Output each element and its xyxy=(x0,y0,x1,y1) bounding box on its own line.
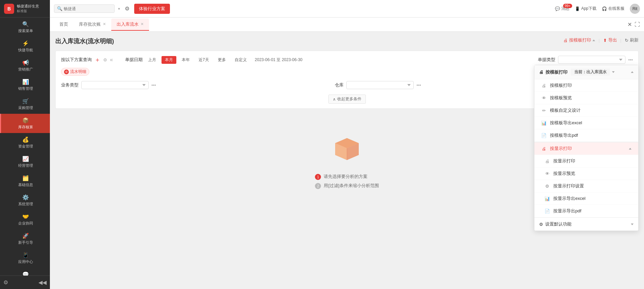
template-preview-icon: 👁 xyxy=(541,95,547,101)
voucher-type-select[interactable] xyxy=(558,56,625,64)
print-template-label: 按模板打印 xyxy=(569,37,591,43)
user-avatar[interactable]: Rit xyxy=(630,4,640,14)
date-opt-more[interactable]: 更多 xyxy=(214,56,229,64)
tab-expand-btn[interactable]: ⛶ xyxy=(635,22,640,28)
date-opt-this-year[interactable]: 本年 xyxy=(178,56,193,64)
sidebar-item-appcenter[interactable]: 📱 应用中心 xyxy=(0,248,50,268)
sidebar-collapse-icon[interactable]: ◀◀ xyxy=(38,279,47,286)
collapse-button[interactable]: ∧ 收起更多条件 xyxy=(328,95,366,104)
dropdown-item-display-print-section[interactable]: 🖨 按显示打印 xyxy=(534,142,638,155)
topbar-search-box[interactable]: 🔍 xyxy=(54,4,115,13)
base-label: 基础信息 xyxy=(18,182,33,187)
sidebar-item-inventory[interactable]: 📦 库存核算 xyxy=(0,114,50,133)
finance-label: 资金管理 xyxy=(18,144,33,149)
dropdown-item-template-print[interactable]: 🖨 按模板打印 xyxy=(534,79,638,92)
sidebar-item-purchase[interactable]: 🛒 采购管理 xyxy=(0,95,50,114)
sales-icon: 📊 xyxy=(22,79,29,85)
date-opt-custom[interactable]: 自定义 xyxy=(231,56,250,64)
business-more-icon[interactable]: ••• xyxy=(151,83,156,88)
sidebar-item-finance[interactable]: 💰 资金管理 xyxy=(0,133,50,152)
dropdown-sub-display-print[interactable]: 🖨 按显示打印 xyxy=(534,155,638,167)
trial-button[interactable]: 体验行业方案 xyxy=(134,4,170,14)
print-template-button[interactable]: 🖨 按模板打印 xyxy=(563,37,595,43)
tab-batch-account[interactable]: 库存批次账 ✕ xyxy=(74,19,111,31)
dropdown-item-template-custom[interactable]: ✏ 模板自定义设计 xyxy=(534,104,638,117)
step2-text: 用[过滤]条件来缩小分析范围 xyxy=(324,183,379,189)
tab-close-window-btn[interactable]: ✕ xyxy=(627,21,632,28)
sidebar-item-wechat[interactable]: 💬 企业微信 xyxy=(0,268,50,275)
dropdown-sub-display-excel[interactable]: 📊 按显示导出excel xyxy=(534,192,638,205)
app-download-button[interactable]: 📱 App下载 xyxy=(575,6,596,11)
sidebar-logo: B 畅捷通好生意 标准版 xyxy=(0,0,50,18)
sidebar-item-operations[interactable]: 📈 经营管理 xyxy=(0,152,50,172)
export-button[interactable]: ⬆ 导出 xyxy=(603,37,617,43)
dropdown-sub-display-preview[interactable]: 👁 按显示预览 xyxy=(534,167,638,180)
empty-illustration xyxy=(330,133,364,167)
warehouse-select[interactable] xyxy=(346,81,414,89)
template-excel-icon: 📊 xyxy=(541,120,547,126)
tab-inout-flow[interactable]: 出入库流水 ✕ xyxy=(111,19,149,31)
dropdown-header: 🖨 按模板打印 当前：出入库流水 xyxy=(534,65,638,79)
dropdown-current-chevron[interactable] xyxy=(612,71,615,73)
template-design-icon: ✏ xyxy=(541,108,547,113)
voucher-more-icon[interactable]: ••• xyxy=(628,57,633,62)
dropdown-header-chevron[interactable] xyxy=(631,71,634,73)
date-opt-7days[interactable]: 近7天 xyxy=(195,56,212,64)
collab-icon: 🤝 xyxy=(22,213,29,220)
search-menu-icon: 🔍 xyxy=(22,21,29,27)
page-title: 出入库流水(流水明细) xyxy=(55,37,639,45)
quick-nav-icon: ⚡ xyxy=(22,40,29,47)
empty-step1: 1 请先选择要分析的方案 xyxy=(315,174,379,180)
search-input[interactable] xyxy=(64,6,112,11)
warehouse-more-icon[interactable]: ••• xyxy=(416,83,421,88)
sidebar-item-system[interactable]: ⚙️ 系统管理 xyxy=(0,191,50,210)
tab-batch-close-icon[interactable]: ✕ xyxy=(103,22,106,26)
refresh-button[interactable]: ↻ 刷新 xyxy=(625,37,639,43)
filter-collapse-icon[interactable]: « xyxy=(110,57,113,63)
dropdown-panel: 🖨 按模板打印 当前：出入库流水 🖨 按模板打印 👁 按模板预览 xyxy=(534,65,639,231)
business-type-select[interactable] xyxy=(81,81,149,89)
empty-steps-list: 1 请先选择要分析的方案 2 用[过滤]条件来缩小分析范围 xyxy=(315,174,379,192)
sidebar-bottom: ⚙ ◀◀ xyxy=(0,275,50,289)
sidebar-item-search-menu[interactable]: 🔍 搜索菜单 xyxy=(0,18,50,37)
sidebar-item-quick-nav[interactable]: ⚡ 快捷导航 xyxy=(0,37,50,56)
date-opt-this-month[interactable]: 本月 xyxy=(162,56,176,64)
dropdown-scroll: 🖨 按模板打印 👁 按模板预览 ✏ 模板自定义设计 📊 按模板导出excel xyxy=(534,79,638,217)
online-service-label: 在线客服 xyxy=(608,6,624,11)
date-opt-last-month[interactable]: 上月 xyxy=(145,56,159,64)
dropdown-sub-display-pdf[interactable]: 📄 按显示导出pdf xyxy=(534,205,638,217)
sidebar-item-sales[interactable]: 📊 销售管理 xyxy=(0,75,50,95)
sidebar-item-marketing[interactable]: 📢 营销推广 xyxy=(0,56,50,75)
display-print-section-icon: 🖨 xyxy=(541,146,547,151)
logo-icon: B xyxy=(4,4,14,14)
sidebar-scroll: 🔍 搜索菜单 ⚡ 快捷导航 📢 营销推广 📊 销售管理 🛒 采购管理 📦 库存核… xyxy=(0,18,50,275)
tab-batch-label: 库存批次账 xyxy=(79,21,101,27)
sidebar-item-guide[interactable]: 🚀 新手引导 xyxy=(0,229,50,248)
topbar-gear-icon[interactable]: ⚙ xyxy=(125,5,129,12)
filter-warehouse-label: 仓库 xyxy=(335,82,344,88)
online-service-button[interactable]: 🎧 在线客服 xyxy=(602,6,624,11)
dropdown-printer-icon: 🖨 xyxy=(539,70,544,75)
dropdown-sub-display-settings[interactable]: ⚙ 按显示打印设置 xyxy=(534,180,638,192)
sidebar-settings-icon[interactable]: ⚙ xyxy=(3,279,8,286)
dropdown-item-template-pdf[interactable]: 📄 按模板导出pdf xyxy=(534,129,638,142)
dropdown-footer[interactable]: ⚙ 设置默认功能 xyxy=(534,217,638,231)
tab-inout-close-icon[interactable]: ✕ xyxy=(141,22,144,26)
search-chevron-icon[interactable]: ▾ xyxy=(118,6,120,11)
tab-home[interactable]: 首页 xyxy=(54,19,74,31)
template-preview-label: 按模板预览 xyxy=(550,95,572,101)
sidebar-item-base[interactable]: 🗂️ 基础信息 xyxy=(0,172,50,191)
dropdown-footer-label: ⚙ 设置默认功能 xyxy=(539,221,572,227)
sidebar-item-collab[interactable]: 🤝 企业协同 xyxy=(0,210,50,229)
filter-settings-icon[interactable]: ⚙ xyxy=(103,57,107,62)
dropdown-item-template-preview[interactable]: 👁 按模板预览 xyxy=(534,92,638,104)
base-icon: 🗂️ xyxy=(22,175,29,181)
filter-voucher-type-area: 单据类型 ••• xyxy=(538,56,633,64)
logo-name: 畅捷通好生意 xyxy=(17,4,39,8)
dropdown-item-template-excel[interactable]: 📊 按模板导出excel xyxy=(534,117,638,129)
sidebar: B 畅捷通好生意 标准版 🔍 搜索菜单 ⚡ 快捷导航 📢 营销推广 📊 销售管理… xyxy=(0,0,50,289)
filter-add-icon[interactable]: ＋ xyxy=(94,56,100,64)
template-pdf-icon: 📄 xyxy=(541,133,547,138)
message-button[interactable]: 💬 消息 99+ xyxy=(555,6,569,11)
filter-tag-label: 流水明细 xyxy=(70,69,86,75)
